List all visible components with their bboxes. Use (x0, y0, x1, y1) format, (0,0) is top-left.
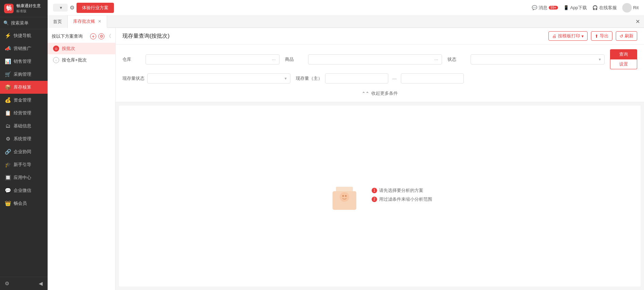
sidebar-item-label: 采购管理 (14, 71, 31, 77)
system-icon: ⚙ (5, 136, 11, 142)
sidebar-item-label: 快捷导航 (14, 33, 31, 39)
search-icon: 🔍 (3, 20, 9, 25)
sidebar-item-shortcuts[interactable]: ⚡ 快捷导航 (0, 29, 48, 42)
topbar-gear-icon[interactable]: ⚙ (70, 4, 74, 11)
stock-qty-min-input[interactable] (325, 73, 388, 84)
status-select[interactable]: ▾ (471, 54, 605, 65)
print-label: 按模板打印 (558, 33, 580, 39)
newbie-icon: 🎓 (5, 162, 11, 168)
brand-info: 畅康通好生意 标准版 (16, 3, 41, 14)
print-btn[interactable]: 🖨 按模板打印 ▾ (548, 31, 588, 41)
messages-btn[interactable]: 💬 消息 99+ (532, 5, 558, 11)
tab-home[interactable]: 首页 (48, 16, 68, 28)
avatar (622, 3, 632, 13)
refresh-btn[interactable]: ↺ 刷新 (616, 31, 637, 41)
query-btn[interactable]: 查询 (610, 49, 637, 59)
left-panel-actions: + ⚙ 《 (90, 33, 111, 39)
sidebar-item-operations[interactable]: 📋 经营管理 (0, 107, 48, 120)
scheme-settings-btn[interactable]: ⚙ (98, 33, 104, 39)
scheme-inactive-icon: ○ (53, 57, 59, 63)
filter-buttons: 查询 设置 (610, 49, 637, 69)
sidebar-item-label: 经营管理 (14, 110, 31, 116)
sidebar-item-member[interactable]: 👑 畅会员 (0, 197, 48, 210)
empty-illustration (327, 179, 361, 213)
tab-close-icon[interactable]: ✕ (98, 19, 101, 24)
sidebar-item-sales[interactable]: 📊 销售管理 (0, 55, 48, 68)
chevron-down-icon: ▾ (599, 57, 601, 62)
stock-qty-max-input[interactable] (401, 73, 464, 84)
sidebar-item-label: 畅会员 (14, 200, 27, 206)
stock-status-label: 现存量状态 (122, 75, 145, 81)
messages-badge: 99+ (549, 6, 558, 10)
left-panel-title: 按以下方案查询 (52, 33, 83, 39)
sidebar-item-label: 企业微信 (14, 187, 31, 194)
page-title: 现存量查询(按批次) (122, 33, 170, 40)
sales-icon: 📊 (5, 58, 11, 65)
stock-qty-label: 现存量（主） (296, 75, 322, 81)
settings-footer-icon[interactable]: ⚙ (5, 280, 9, 287)
warehouse-dots-icon[interactable]: ··· (272, 57, 276, 62)
step2-num: 2 (372, 197, 377, 202)
sidebar-item-enterprise[interactable]: 🔗 企业协同 (0, 145, 48, 158)
tab-batch[interactable]: 库存批次账 ✕ (68, 16, 107, 28)
sidebar-item-inventory[interactable]: 📦 库存核算 (0, 81, 48, 94)
online-service-btn[interactable]: 🎧 在线客服 (592, 5, 617, 11)
member-icon: 👑 (5, 200, 11, 206)
chevron-down-icon: ▾ (285, 76, 287, 81)
sidebar-item-purchase[interactable]: 🛒 采购管理 (0, 68, 48, 81)
app-logo: 畅 (4, 4, 14, 13)
brand-sub: 标准版 (16, 9, 41, 14)
headset-icon: 🎧 (592, 5, 598, 10)
collapse-more-btn[interactable]: ⌃⌃ 收起更多条件 (122, 88, 637, 97)
warehouse-filter: 仓库 ··· (122, 54, 279, 65)
sidebar-item-newbie[interactable]: 🎓 新手引导 (0, 158, 48, 171)
scheme-label: 按仓库+批次 (62, 57, 87, 63)
shortcuts-icon: ⚡ (5, 33, 11, 39)
scheme-item-warehouse-batch[interactable]: ○ 按仓库+批次 (48, 54, 115, 66)
left-panel: 按以下方案查询 + ⚙ 《 ⊙ 按批次 ○ 按仓库+批次 (48, 28, 116, 290)
sidebar: 畅 畅康通好生意 标准版 🔍 搜索菜单 ⚡ 快捷导航 📣 营销推广 📊 销售管理… (0, 0, 48, 290)
sidebar-item-apps[interactable]: 🔲 应用中心 (0, 171, 48, 184)
stock-status-filter: 现存量状态 ▾ (122, 73, 290, 84)
empty-state: 1 请先选择要分析的方案 2 用过滤条件来缩小分析范围 (119, 106, 641, 287)
sidebar-search[interactable]: 🔍 搜索菜单 (0, 17, 48, 29)
settings-btn[interactable]: 设置 (610, 59, 637, 69)
scheme-item-batch[interactable]: ⊙ 按批次 (48, 43, 115, 54)
apps-icon: 🔲 (5, 175, 11, 181)
sidebar-item-marketing[interactable]: 📣 营销推广 (0, 42, 48, 55)
product-dots-icon[interactable]: ··· (434, 57, 438, 62)
svg-point-2 (340, 192, 349, 202)
sidebar-item-finance[interactable]: 💰 资金管理 (0, 94, 48, 107)
status-filter: 状态 ▾ (447, 54, 605, 65)
sidebar-item-system[interactable]: ⚙ 系统管理 (0, 132, 48, 145)
purchase-icon: 🛒 (5, 71, 11, 77)
svg-point-3 (342, 195, 344, 197)
sidebar-nav: ⚡ 快捷导航 📣 营销推广 📊 销售管理 🛒 采购管理 📦 库存核算 💰 资金管… (0, 29, 48, 277)
app-download-btn[interactable]: 📱 App下载 (563, 5, 587, 11)
add-scheme-btn[interactable]: + (90, 33, 96, 39)
print-dropdown-icon[interactable]: ▾ (581, 34, 584, 39)
dash-separator: — (392, 76, 397, 81)
product-filter: 商品 ··· (285, 54, 442, 65)
sidebar-item-label: 应用中心 (14, 175, 31, 181)
sidebar-header: 畅 畅康通好生意 标准版 (0, 0, 48, 17)
user-menu[interactable]: Rit (622, 3, 639, 13)
topbar: ▾ ⚙ 体验行业方案 💬 消息 99+ 📱 App下载 🎧 在线客服 Rit (48, 0, 644, 16)
sidebar-item-basics[interactable]: 🗂 基础信息 (0, 120, 48, 132)
warehouse-input[interactable]: ··· (146, 54, 279, 65)
export-btn[interactable]: ⬆ 导出 (591, 31, 612, 41)
collapse-panel-btn[interactable]: 《 (106, 33, 111, 39)
product-input[interactable]: ··· (308, 54, 442, 65)
empty-step2: 2 用过滤条件来缩小分析范围 (372, 196, 432, 202)
industry-btn[interactable]: 体验行业方案 (77, 3, 114, 13)
empty-illustration-svg (327, 179, 361, 213)
sidebar-item-wechat[interactable]: 💬 企业微信 (0, 184, 48, 197)
stock-status-select[interactable]: ▾ (147, 73, 290, 84)
nav-dropdown[interactable]: ▾ (53, 4, 68, 12)
step1-num: 1 (372, 188, 377, 193)
collapse-sidebar-icon[interactable]: ◀ (39, 280, 43, 287)
empty-step1: 1 请先选择要分析的方案 (372, 187, 432, 194)
close-all-btn[interactable]: ✕ (631, 18, 644, 25)
refresh-icon: ↺ (620, 34, 623, 39)
sidebar-item-label: 企业协同 (14, 149, 31, 155)
